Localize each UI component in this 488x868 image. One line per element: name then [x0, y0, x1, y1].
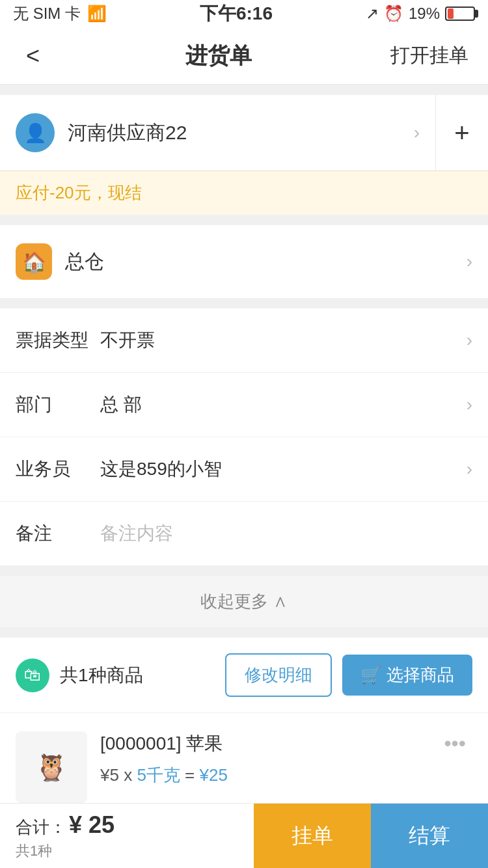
owl-icon: 🦉 — [35, 752, 68, 783]
supplier-avatar-icon: 👤 — [24, 122, 47, 144]
sales-rep-chevron-icon: › — [467, 459, 472, 480]
add-supplier-button[interactable]: + — [436, 95, 488, 170]
note-input[interactable]: 备注内容 — [100, 521, 472, 546]
product-price-line: ¥5 x 5千克 = ¥25 — [100, 764, 437, 787]
sales-rep-value: 这是859的小智 — [100, 457, 467, 481]
department-label: 部门 — [16, 392, 94, 417]
equals-sign: = — [180, 765, 200, 785]
main-content: 👤 河南供应商22 › + 应付-20元，现结 🏠 总仓 › 票据类型 不开票 … — [0, 85, 488, 868]
location-icon: ↗ — [366, 5, 379, 23]
product-title: 苹果 — [186, 733, 223, 753]
edit-detail-button[interactable]: 修改明细 — [225, 653, 332, 697]
carrier-label: 无 SIM 卡 — [13, 3, 81, 24]
select-product-label: 选择商品 — [386, 664, 454, 686]
supplier-name: 河南供应商22 — [68, 120, 414, 146]
invoice-chevron-icon: › — [467, 330, 472, 351]
product-thumbnail: 🦉 — [16, 731, 87, 803]
supplier-alert: 应付-20元，现结 — [0, 170, 488, 215]
open-pending-button[interactable]: 打开挂单 — [390, 42, 468, 69]
note-row[interactable]: 备注 备注内容 — [0, 502, 488, 565]
quantity: 5千克 — [137, 765, 180, 785]
status-right: ↗ ⏰ 19% — [366, 5, 475, 23]
page-title: 进货单 — [185, 41, 252, 71]
sales-rep-row[interactable]: 业务员 这是859的小智 › — [0, 437, 488, 502]
invoice-type-row[interactable]: 票据类型 不开票 › — [0, 308, 488, 373]
battery-icon — [445, 7, 475, 21]
product-header: 🛍 共1种商品 修改明细 🛒 选择商品 — [0, 638, 488, 713]
department-value: 总 部 — [100, 392, 467, 417]
product-code: [0000001] — [100, 733, 186, 753]
pending-button[interactable]: 挂单 — [254, 804, 371, 868]
collapse-button[interactable]: 收起更多 ∧ — [0, 576, 488, 627]
product-name: [0000001] 苹果 — [100, 731, 437, 756]
bottom-bar: 合计： ¥ 25 共1种 挂单 结算 — [0, 803, 488, 868]
warehouse-house-icon: 🏠 — [22, 251, 46, 273]
product-info: [0000001] 苹果 ¥5 x 5千克 = ¥25 — [100, 731, 437, 787]
warehouse-selector[interactable]: 🏠 总仓 › — [0, 225, 488, 298]
department-chevron-icon: › — [467, 394, 472, 415]
supplier-section: 👤 河南供应商22 › + — [0, 95, 488, 170]
line-total: ¥25 — [199, 765, 227, 785]
total-label: 合计： — [16, 816, 66, 839]
product-header-icon: 🛍 — [16, 658, 49, 692]
status-time: 下午6:16 — [200, 1, 273, 26]
supplier-chevron-icon: › — [414, 122, 420, 143]
unit-price: ¥5 x — [100, 765, 137, 785]
item-count: 共1种 — [16, 841, 238, 861]
checkout-button[interactable]: 结算 — [371, 804, 488, 868]
nav-bar: < 进货单 打开挂单 — [0, 27, 488, 85]
note-label: 备注 — [16, 521, 94, 546]
form-section: 票据类型 不开票 › 部门 总 部 › 业务员 这是859的小智 › 备注 备注… — [0, 308, 488, 565]
supplier-selector[interactable]: 👤 河南供应商22 › — [0, 95, 436, 170]
total-section: 合计： ¥ 25 共1种 — [0, 804, 254, 868]
wifi-icon: 📶 — [87, 5, 107, 23]
status-bar: 无 SIM 卡 📶 下午6:16 ↗ ⏰ 19% — [0, 0, 488, 27]
invoice-type-label: 票据类型 — [16, 328, 94, 353]
supplier-avatar: 👤 — [16, 113, 55, 152]
warehouse-chevron-icon: › — [467, 251, 472, 272]
status-left: 无 SIM 卡 📶 — [13, 3, 107, 24]
sales-rep-label: 业务员 — [16, 457, 94, 481]
cart-icon: 🛒 — [360, 665, 381, 685]
back-button[interactable]: < — [20, 36, 46, 76]
battery-percentage: 19% — [409, 5, 440, 23]
product-more-button[interactable]: ••• — [437, 731, 472, 755]
spacer-1 — [0, 85, 488, 95]
product-section: 🛍 共1种商品 修改明细 🛒 选择商品 🦉 [0000001] 苹果 ¥5 x … — [0, 638, 488, 821]
alarm-icon: ⏰ — [384, 5, 403, 23]
department-row[interactable]: 部门 总 部 › — [0, 373, 488, 437]
product-count: 共1种商品 — [60, 663, 225, 688]
select-product-button[interactable]: 🛒 选择商品 — [342, 655, 472, 696]
total-value: ¥ 25 — [69, 811, 115, 839]
warehouse-icon: 🏠 — [16, 243, 52, 280]
invoice-type-value: 不开票 — [100, 328, 467, 353]
bag-icon: 🛍 — [24, 665, 41, 685]
warehouse-name: 总仓 — [65, 249, 467, 275]
